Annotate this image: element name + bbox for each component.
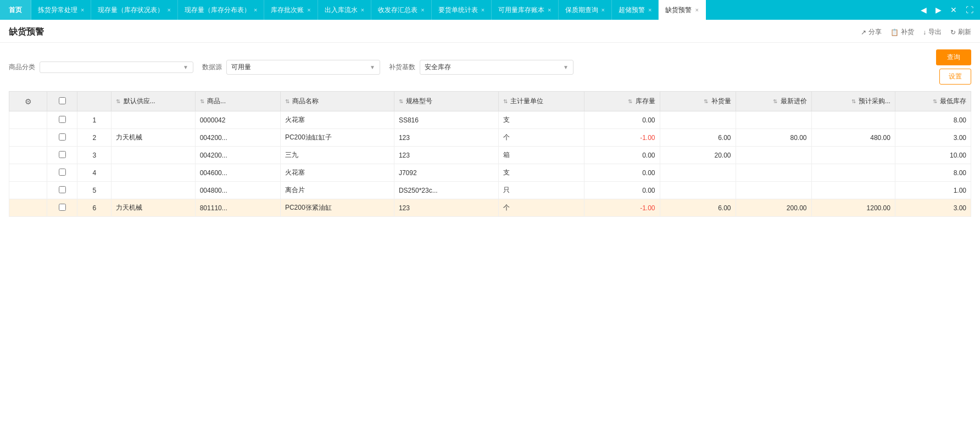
row-settings[interactable] bbox=[9, 147, 47, 164]
supplier-sort-icon: ⇅ bbox=[116, 98, 120, 104]
tab-shortage[interactable]: 缺货预警 × bbox=[659, 0, 705, 20]
row-name: 火花塞 bbox=[280, 164, 394, 182]
close-tab-stock-batch[interactable]: × bbox=[307, 7, 310, 13]
tab-home[interactable]: 首页 bbox=[0, 0, 31, 20]
row-checkbox[interactable] bbox=[47, 147, 77, 164]
row-checkbox[interactable] bbox=[47, 182, 77, 199]
nav-prev-btn[interactable]: ◀ bbox=[916, 3, 931, 16]
settings-button[interactable]: 设置 bbox=[939, 69, 971, 85]
tab-shelf-life[interactable]: 保质期查询 × bbox=[559, 0, 612, 20]
close-tab-shelf-life[interactable]: × bbox=[602, 7, 605, 13]
row-index: 5 bbox=[77, 182, 112, 199]
row-replenish: 6.00 bbox=[660, 199, 736, 217]
row-supplier bbox=[112, 182, 195, 199]
nav-controls: ◀ ▶ ✕ ⛶ bbox=[916, 3, 980, 16]
category-select[interactable]: ▼ bbox=[40, 61, 193, 73]
tab-recv-send[interactable]: 收发存汇总表 × bbox=[371, 0, 431, 20]
datasource-select[interactable]: 可用量 ▼ bbox=[226, 60, 380, 75]
row-settings[interactable] bbox=[9, 182, 47, 199]
row-name: PC200油缸缸子 bbox=[280, 129, 394, 147]
row-latest-price bbox=[736, 147, 811, 164]
col-settings[interactable]: ⚙ bbox=[9, 92, 47, 111]
gear-icon[interactable]: ⚙ bbox=[25, 97, 32, 106]
tab-overstock[interactable]: 超储预警 × bbox=[612, 0, 659, 20]
nav-next-btn[interactable]: ▶ bbox=[931, 3, 946, 16]
row-settings[interactable] bbox=[9, 164, 47, 182]
minstock-sort-icon: ⇅ bbox=[933, 98, 937, 104]
replenish-action[interactable]: 📋 补货 bbox=[890, 27, 914, 37]
tab-stock-status[interactable]: 现存量（库存状况表） × bbox=[91, 0, 177, 20]
row-settings[interactable] bbox=[9, 111, 47, 129]
close-tab-stock-status[interactable]: × bbox=[167, 7, 170, 13]
row-code: 801110... bbox=[195, 199, 280, 217]
tab-stock-dist[interactable]: 现存量（库存分布表） × bbox=[178, 0, 264, 20]
replenish-base-select[interactable]: 安全库存 ▼ bbox=[420, 60, 573, 75]
stock-sort-icon: ⇅ bbox=[628, 98, 632, 104]
close-tab-inout-flow[interactable]: × bbox=[361, 7, 364, 13]
col-checkbox-header[interactable] bbox=[47, 92, 77, 111]
close-tab-pick-error[interactable]: × bbox=[81, 7, 84, 13]
row-supplier bbox=[112, 164, 195, 182]
row-name: 火花塞 bbox=[280, 111, 394, 129]
share-action[interactable]: ↗ 分享 bbox=[861, 27, 882, 37]
row-unit: 支 bbox=[498, 164, 584, 182]
nav-expand-btn[interactable]: ⛶ bbox=[961, 3, 978, 16]
replenish-base-label: 补货基数 bbox=[389, 63, 415, 72]
row-est-purchase bbox=[811, 147, 895, 164]
row-settings[interactable] bbox=[9, 129, 47, 147]
tab-avail-stock[interactable]: 可用量库存账本 × bbox=[492, 0, 558, 20]
tab-stock-batch[interactable]: 库存批次账 × bbox=[264, 0, 318, 20]
row-settings[interactable] bbox=[9, 199, 47, 217]
export-icon: ↓ bbox=[923, 29, 926, 36]
close-tab-avail-stock[interactable]: × bbox=[548, 7, 551, 13]
table-row: 3 004200... 三九 123 箱 0.00 20.00 10.00 bbox=[9, 147, 971, 164]
page-header: 缺货预警 ↗ 分享 📋 补货 ↓ 导出 ↻ 刷新 bbox=[0, 20, 980, 43]
col-replenish-header: ⇅ 补货量 bbox=[660, 92, 736, 111]
row-select-checkbox[interactable] bbox=[59, 151, 66, 158]
close-tab-stock-dist[interactable]: × bbox=[254, 7, 257, 13]
row-code: 004200... bbox=[195, 129, 280, 147]
row-name: 离合片 bbox=[280, 182, 394, 199]
filter-area: 商品分类 ▼ 数据源 可用量 ▼ 补货基数 安全库存 ▼ 查询 设置 bbox=[0, 43, 980, 91]
row-code: 004600... bbox=[195, 164, 280, 182]
row-stock: 0.00 bbox=[584, 164, 660, 182]
row-supplier: 力天机械 bbox=[112, 199, 195, 217]
col-stock-header: ⇅ 库存量 bbox=[584, 92, 660, 111]
tab-inout-flow[interactable]: 出入库流水 × bbox=[318, 0, 371, 20]
close-tab-shortage[interactable]: × bbox=[695, 7, 698, 13]
shortage-table: ⚙ ⇅ 默认供应... ⇅ 商品... ⇅ bbox=[9, 91, 971, 217]
row-latest-price bbox=[736, 164, 811, 182]
row-stock: -1.00 bbox=[584, 129, 660, 147]
tab-order-stat[interactable]: 要货单统计表 × bbox=[432, 0, 492, 20]
close-tab-overstock[interactable]: × bbox=[648, 7, 652, 13]
row-est-purchase bbox=[811, 164, 895, 182]
row-unit: 支 bbox=[498, 111, 584, 129]
row-select-checkbox[interactable] bbox=[59, 169, 66, 176]
row-stock: -1.00 bbox=[584, 199, 660, 217]
table-container: ⚙ ⇅ 默认供应... ⇅ 商品... ⇅ bbox=[0, 91, 980, 217]
row-checkbox[interactable] bbox=[47, 199, 77, 217]
export-action[interactable]: ↓ 导出 bbox=[923, 27, 942, 37]
row-stock: 0.00 bbox=[584, 111, 660, 129]
row-code: 0000042 bbox=[195, 111, 280, 129]
row-select-checkbox[interactable] bbox=[59, 116, 66, 123]
close-tab-recv-send[interactable]: × bbox=[421, 7, 424, 13]
tab-pick-error[interactable]: 拣货异常处理 × bbox=[31, 0, 91, 20]
close-tab-order-stat[interactable]: × bbox=[481, 7, 485, 13]
row-checkbox[interactable] bbox=[47, 111, 77, 129]
row-checkbox[interactable] bbox=[47, 129, 77, 147]
row-unit: 个 bbox=[498, 129, 584, 147]
nav-close-btn[interactable]: ✕ bbox=[946, 3, 961, 16]
row-checkbox[interactable] bbox=[47, 164, 77, 182]
row-spec: 123 bbox=[394, 147, 498, 164]
row-select-checkbox[interactable] bbox=[59, 186, 66, 193]
replenish-sort-icon: ⇅ bbox=[704, 98, 708, 104]
col-supplier-header: ⇅ 默认供应... bbox=[112, 92, 195, 111]
table-header-row: ⚙ ⇅ 默认供应... ⇅ 商品... ⇅ bbox=[9, 92, 971, 111]
row-select-checkbox[interactable] bbox=[59, 204, 66, 211]
row-select-checkbox[interactable] bbox=[59, 133, 66, 141]
estpurchase-sort-icon: ⇅ bbox=[851, 98, 856, 104]
refresh-action[interactable]: ↻ 刷新 bbox=[950, 27, 971, 37]
query-button[interactable]: 查询 bbox=[936, 49, 971, 65]
select-all-checkbox[interactable] bbox=[59, 97, 66, 104]
